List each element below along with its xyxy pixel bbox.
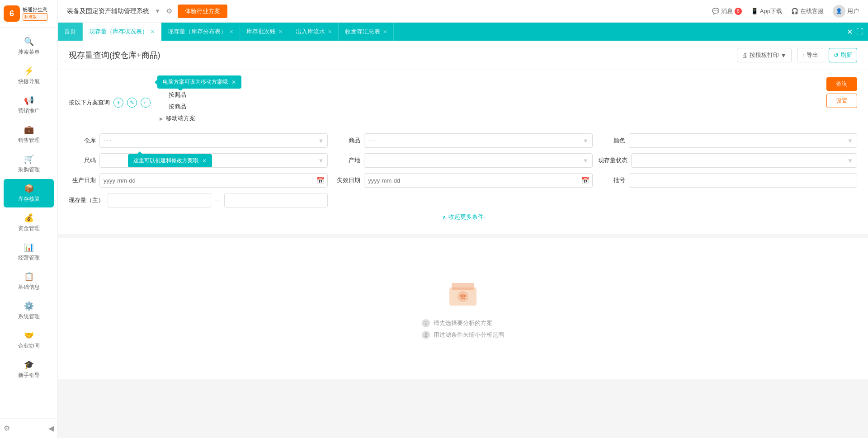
warehouse-dots: ··· (104, 137, 112, 145)
stock-status-select[interactable]: ▼ (631, 153, 857, 168)
sidebar-item-label: 基础信息 (18, 283, 40, 291)
search-button[interactable]: 查询 (826, 77, 857, 91)
trial-button[interactable]: 体验行业方案 (178, 5, 227, 18)
color-dropdown-icon: ▼ (847, 137, 853, 144)
tab-stock-status-close[interactable]: ✕ (151, 29, 155, 35)
tab-stock-distribution[interactable]: 现存量（库存分布表） ✕ (161, 23, 240, 41)
sidebar-item-basic[interactable]: 📋 基础信息 (4, 267, 54, 296)
logo-icon: 6 (4, 5, 20, 22)
collapse-button[interactable]: ∧ 收起更多条件 (69, 207, 857, 226)
tab-close-all-icon[interactable]: ✕ (847, 28, 853, 36)
svg-point-4 (464, 295, 466, 297)
user-action[interactable]: 👤 用户 (833, 5, 859, 18)
reset-button[interactable]: 设置 (826, 94, 857, 108)
sidebar-item-cooperation[interactable]: 🤝 企业协同 (4, 326, 54, 354)
sidebar-item-inventory[interactable]: 📦 库存核算 (4, 179, 54, 207)
system-nav-icon: ⚙️ (24, 301, 34, 311)
batch-label: 批号 (598, 176, 625, 184)
page-header: 现存量查询(按仓库+商品) 🖨 按模板打印 ▼ ↑ 导出 ↺ 刷新 (58, 41, 868, 70)
sidebar-item-search[interactable]: 🔍 搜索菜单 (4, 32, 54, 61)
app-download-action[interactable]: 📱 App下载 (751, 7, 782, 15)
sidebar-nav: 🔍 搜索菜单 ⚡ 快捷导航 📢 营销推广 💼 销售管理 🛒 采购管理 📦 库存核… (0, 28, 57, 418)
tab-summary-close[interactable]: ✕ (383, 29, 387, 35)
search-nav-icon: 🔍 (24, 37, 34, 47)
online-support-label: 在线客服 (800, 7, 824, 15)
page-content: 现存量查询(按仓库+商品) 🖨 按模板打印 ▼ ↑ 导出 ↺ 刷新 (58, 41, 868, 438)
purchase-nav-icon: 🛒 (24, 154, 34, 164)
sidebar-item-system[interactable]: ⚙️ 系统管理 (4, 297, 54, 325)
sidebar-item-purchase[interactable]: 🛒 采购管理 (4, 150, 54, 178)
tree-item-by-product[interactable]: 按照品 (169, 89, 195, 101)
system-dropdown-icon[interactable]: ▼ (155, 8, 160, 14)
tab-stock-distribution-label: 现存量（库存分布表） (168, 28, 226, 36)
tab-bar: 首页 现存量（库存状况表） ✕ 现存量（库存分布表） ✕ 库存批次账 ✕ 出入库… (58, 23, 868, 41)
sidebar-item-management[interactable]: 📊 经营管理 (4, 238, 54, 266)
print-button[interactable]: 🖨 按模板打印 ▼ (737, 48, 792, 62)
filter-grid-row4: 现存量（主） — (69, 193, 857, 207)
tab-maximize-icon[interactable]: ⛶ (856, 28, 863, 36)
message-action[interactable]: 💬 消息 6 (712, 7, 742, 15)
tab-batch[interactable]: 库存批次账 ✕ (240, 23, 289, 41)
tab-flow-close[interactable]: ✕ (328, 29, 332, 35)
tab-flow[interactable]: 出入库流水 ✕ (289, 23, 339, 41)
goods-dots: ··· (368, 137, 377, 145)
size-dropdown-icon: ▼ (318, 157, 324, 164)
header-settings-icon[interactable]: ⚙ (166, 7, 172, 15)
tree-mobile-scheme[interactable]: ▶ 移动端方案 (160, 113, 195, 124)
origin-select[interactable]: ▼ (364, 153, 592, 168)
support-icon: 🎧 (791, 8, 798, 14)
tab-batch-close[interactable]: ✕ (278, 29, 283, 35)
color-select[interactable]: ▼ (629, 133, 857, 148)
empty-tips: 1 请先选择要分析的方案 2 用过滤条件来缩小分析范围 (422, 319, 504, 343)
sidebar-item-label: 经营管理 (18, 254, 40, 262)
online-support-action[interactable]: 🎧 在线客服 (791, 7, 824, 15)
add-scheme-button[interactable]: + (113, 98, 123, 108)
expire-date-input[interactable] (364, 173, 592, 188)
empty-tip-1: 1 请先选择要分析的方案 (422, 319, 504, 327)
sidebar-item-marketing[interactable]: 📢 营销推广 (4, 91, 54, 119)
produce-date-input[interactable] (99, 173, 328, 188)
scheme-tooltip2-text: 这里可以创建和修改方案哦 (133, 157, 198, 165)
logo-area: 6 畅通好生意 标准版 (0, 0, 57, 28)
sidebar-item-shortcut[interactable]: ⚡ 快捷导航 (4, 61, 54, 90)
svg-rect-1 (452, 283, 474, 290)
expire-calendar-icon: 📅 (581, 177, 589, 184)
sidebar-item-guide[interactable]: 🎓 新手引导 (4, 355, 54, 384)
empty-area: 1 请先选择要分析的方案 2 用过滤条件来缩小分析范围 (58, 238, 868, 379)
stock-status-dropdown-icon: ▼ (847, 157, 853, 164)
main-area: 装备及固定资产辅助管理系统 ▼ ⚙ 体验行业方案 💬 消息 6 📱 App下载 … (58, 0, 868, 438)
settings-bottom-icon[interactable]: ⚙ (4, 424, 10, 433)
batch-input[interactable] (629, 173, 857, 188)
origin-dropdown-icon: ▼ (583, 157, 589, 164)
tab-home[interactable]: 首页 (58, 23, 83, 41)
stock-range-min[interactable] (108, 193, 211, 207)
header-right: 💬 消息 6 📱 App下载 🎧 在线客服 👤 用户 (712, 5, 859, 18)
calendar-icon: 📅 (316, 177, 324, 184)
arrow-scheme-button[interactable]: ← (141, 98, 151, 108)
sidebar-bottom: ⚙ ◀ (0, 418, 57, 438)
refresh-label: 刷新 (840, 51, 852, 59)
warehouse-filter: 仓库 ··· ▼ (69, 133, 328, 148)
user-label: 用户 (847, 7, 859, 15)
tab-stock-status[interactable]: 现存量（库存状况表） ✕ (83, 23, 161, 41)
collapse-sidebar-icon[interactable]: ◀ (48, 424, 54, 433)
tab-summary[interactable]: 收发存汇总表 ✕ (339, 23, 394, 41)
stock-range-max[interactable] (224, 193, 328, 207)
edit-scheme-button[interactable]: ✎ (127, 98, 137, 108)
print-icon: 🖨 (742, 52, 748, 59)
warehouse-select[interactable]: ··· ▼ (99, 133, 328, 148)
sidebar-item-finance[interactable]: 💰 资金管理 (4, 208, 54, 237)
print-label: 按模板打印 (750, 51, 779, 59)
collapse-icon: ∧ (442, 214, 447, 221)
goods-select[interactable]: ··· ▼ (364, 133, 592, 148)
refresh-button[interactable]: ↺ 刷新 (829, 48, 857, 62)
tree-item-by-goods[interactable]: 按商品 (169, 101, 195, 113)
export-button[interactable]: ↑ 导出 (797, 48, 824, 62)
warehouse-label: 仓库 (69, 137, 96, 145)
scheme-tooltip2-close[interactable]: ✕ (202, 158, 207, 164)
logo-text: 畅通好生意 (23, 6, 47, 13)
tab-stock-distribution-close[interactable]: ✕ (229, 29, 233, 35)
scheme-tooltip-close[interactable]: ✕ (231, 79, 236, 85)
header-left: 装备及固定资产辅助管理系统 ▼ ⚙ 体验行业方案 (67, 5, 227, 18)
sidebar-item-sales[interactable]: 💼 销售管理 (4, 120, 54, 149)
